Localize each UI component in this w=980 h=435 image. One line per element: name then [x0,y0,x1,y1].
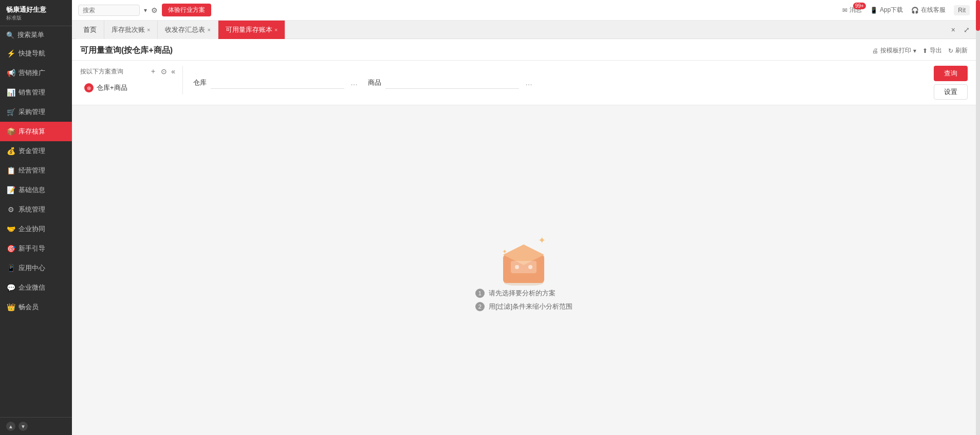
sidebar: 畅康通好生意 标准版 🔍 搜索菜单 ⚡ 快捷导航 📢 营销推广 📊 销售管理 🛒… [0,0,72,435]
sidebar-item-label: 企业微信 [19,283,45,292]
filter-area: 按以下方案查询 ＋ ⊙ « ⊛ 仓库+商品 仓库 … 商品 … [72,61,976,105]
topbar-user-btn[interactable]: Rit [954,5,970,15]
scheme-item-warehouse-goods[interactable]: ⊛ 仓库+商品 [80,81,176,94]
tip-text-1: 请先选择要分析的方案 [489,289,556,298]
sidebar-item-quick-nav[interactable]: ⚡ 快捷导航 [0,44,72,63]
main-area: ▾ ⚙ 体验行业方案 ✉ 消息 99+ 📱 App下载 🎧 在线客服 Rit [72,0,976,435]
empty-box-svg: ✦ ✦ [493,229,554,286]
svg-point-5 [528,265,532,269]
tab-expand-btn[interactable]: ⤢ [961,24,972,36]
collapse-scheme-btn[interactable]: « [170,66,176,77]
sidebar-item-marketing[interactable]: 📢 营销推广 [0,63,72,83]
sidebar-item-label: 应用中心 [19,263,45,273]
operations-icon: 📋 [6,166,15,175]
sales-icon: 📊 [6,88,15,97]
member-icon: 👑 [6,302,15,312]
settings-scheme-btn[interactable]: ⊙ [160,66,168,77]
sidebar-item-label: 企业协同 [19,224,45,234]
filter-scheme-panel: 按以下方案查询 ＋ ⊙ « ⊛ 仓库+商品 [80,66,183,94]
app-icon: 📱 [870,7,878,14]
tab-close-all-btn[interactable]: × [949,24,957,36]
query-btn[interactable]: 查询 [934,66,968,81]
topbar-service-btn[interactable]: 🎧 在线客服 [911,6,946,14]
warehouse-input[interactable] [211,77,344,89]
tab-home[interactable]: 首页 [76,21,104,39]
user-label: Rit [958,7,966,14]
add-scheme-btn[interactable]: ＋ [149,66,158,77]
sidebar-item-system[interactable]: ⚙ 系统管理 [0,200,72,219]
scroll-up-btn[interactable]: ▲ [6,422,15,431]
logo-title: 畅康通好生意 [6,5,66,14]
goods-more-btn[interactable]: … [523,78,534,88]
topbar-gear-icon[interactable]: ⚙ [151,6,158,14]
empty-tips: 1 请先选择要分析的方案 2 用[过滤]条件来缩小分析范围 [475,289,572,311]
export-label: 导出 [930,46,942,55]
warehouse-more-btn[interactable]: … [348,78,360,88]
sidebar-item-wechat[interactable]: 💬 企业微信 [0,278,72,297]
content-header-actions: 🖨 按模板打印 ▾ ⬆ 导出 ↻ 刷新 [872,46,968,55]
message-icon: ✉ [842,7,847,14]
finance-icon: 💰 [6,146,15,156]
print-template-btn[interactable]: 🖨 按模板打印 ▾ [872,46,916,55]
topbar-app-btn[interactable]: 📱 App下载 [870,6,903,14]
filter-scheme-actions: ＋ ⊙ « [149,66,176,77]
svg-point-4 [515,265,519,269]
sidebar-item-operations[interactable]: 📋 经营管理 [0,161,72,180]
export-btn[interactable]: ⬆ 导出 [922,46,942,55]
sidebar-item-finance[interactable]: 💰 资金管理 [0,141,72,161]
sidebar-item-newbie[interactable]: 🎯 新手引导 [0,239,72,258]
trial-btn[interactable]: 体验行业方案 [162,4,211,16]
filter-scheme-header: 按以下方案查询 ＋ ⊙ « [80,66,176,77]
topbar: ▾ ⚙ 体验行业方案 ✉ 消息 99+ 📱 App下载 🎧 在线客服 Rit [72,0,976,21]
goods-input[interactable] [385,77,519,89]
filter-goods-field: 商品 … [368,77,534,89]
tab-batch-account-close[interactable]: × [147,27,150,33]
sidebar-item-enterprise[interactable]: 🤝 企业协同 [0,219,72,239]
scheme-item-label: 仓库+商品 [97,83,127,92]
logo-sub: 标准版 [6,14,66,22]
sidebar-item-purchase[interactable]: 🛒 采购管理 [0,102,72,122]
svg-text:✦: ✦ [538,235,546,245]
sidebar-item-label: 系统管理 [19,205,45,214]
tip-num-2: 2 [475,302,485,311]
tab-available-ledger-close[interactable]: × [274,27,278,33]
tab-available-ledger[interactable]: 可用量库存账本 × [218,21,285,39]
sidebar-item-label: 营销推广 [19,68,45,78]
topbar-search-input[interactable] [78,5,140,16]
tab-home-label: 首页 [83,25,97,34]
refresh-icon: ↻ [948,47,953,54]
goods-label: 商品 [368,78,381,87]
topbar-chevron-icon[interactable]: ▾ [144,7,147,14]
tab-available-ledger-label: 可用量库存账本 [226,25,272,34]
tab-batch-account-label: 库存批次账 [112,25,145,34]
empty-illustration: ✦ ✦ [493,229,554,280]
refresh-label: 刷新 [955,46,968,55]
sidebar-item-member[interactable]: 👑 畅会员 [0,297,72,317]
tab-collect-account-close[interactable]: × [207,27,210,33]
empty-tip-2: 2 用[过滤]条件来缩小分析范围 [475,302,572,311]
sidebar-bottom[interactable]: ▲ ▼ [0,417,72,435]
refresh-btn[interactable]: ↻ 刷新 [948,46,968,55]
scrollbar-thumb[interactable] [976,0,980,31]
tabbar-actions: × ⤢ [949,24,972,36]
right-scrollbar[interactable] [976,0,980,435]
topbar-message-btn[interactable]: ✉ 消息 99+ [842,6,862,14]
warehouse-label: 仓库 [193,78,207,87]
tab-collect-account-label: 收发存汇总表 [165,25,205,34]
scroll-down-btn[interactable]: ▼ [19,422,28,431]
sidebar-item-basic-info[interactable]: 📝 基础信息 [0,180,72,200]
sidebar-item-sales[interactable]: 📊 销售管理 [0,83,72,102]
sidebar-search-item[interactable]: 🔍 搜索菜单 [0,26,72,44]
content-body: ✦ ✦ 1 请先选择要分析的方案 2 用[过滤]条件来缩小分析范围 [72,105,976,435]
sidebar-item-inventory[interactable]: 📦 库存核算 [0,122,72,141]
filter-settings-btn[interactable]: 设置 [934,84,968,100]
sidebar-item-app-center[interactable]: 📱 应用中心 [0,258,72,278]
sidebar-logo: 畅康通好生意 标准版 [0,0,72,26]
print-icon: 🖨 [872,47,878,54]
tip-text-2: 用[过滤]条件来缩小分析范围 [489,302,572,311]
print-label: 按模板打印 [880,46,911,55]
app-label: App下载 [880,6,903,14]
tab-batch-account[interactable]: 库存批次账 × [104,21,158,39]
export-icon: ⬆ [922,47,928,54]
tab-collect-account[interactable]: 收发存汇总表 × [158,21,218,39]
